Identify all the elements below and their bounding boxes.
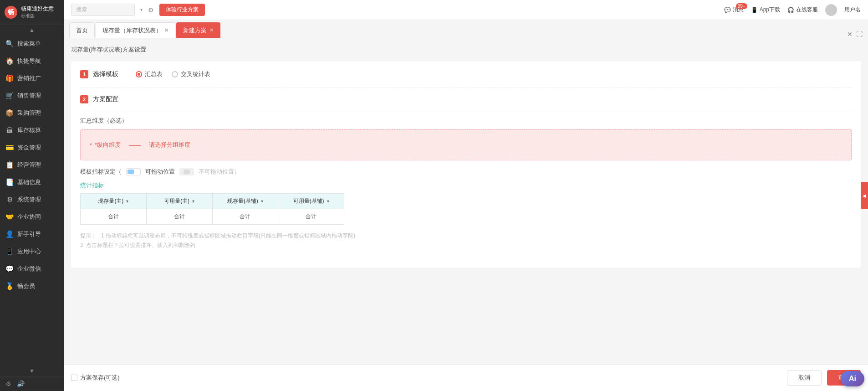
tip-2: 2. 点击标题栏下拉可设置排序、插入列和删除列 [80, 242, 852, 249]
sidebar-item-appstore-label: 应用中心 [17, 247, 41, 256]
template-summary-option[interactable]: 汇总表 [136, 70, 163, 78]
draggable-label: 可拖动位置 [145, 168, 175, 176]
page-title: 现存量(库存状况表)方案设置 [71, 46, 861, 54]
dimension-area[interactable]: * *纵向维度 —— 请选择分组维度 [80, 129, 852, 160]
sidebar-item-purchase[interactable]: 📦 采购管理 [0, 104, 64, 122]
col1-label: 现存量(主) [98, 197, 123, 205]
col3-label: 现存量(基辅) [227, 197, 258, 205]
sidebar-item-enterprise-label: 企业协同 [17, 213, 41, 221]
sidebar-item-inventory[interactable]: 🏛 库存核算 [0, 122, 64, 139]
ai-button[interactable]: Ai [841, 371, 864, 386]
sidebar-item-newuser[interactable]: 👤 新手引导 [0, 226, 64, 243]
app-label: App下载 [760, 6, 780, 14]
tab-new-plan[interactable]: 新建方案 ✕ [176, 22, 220, 38]
schema-section: 汇总维度（必选） * *纵向维度 —— 请选择分组维度 模板指标设定（ [80, 110, 852, 249]
stat-col-1[interactable]: 现存量(主) ▾ [81, 194, 147, 209]
col2-chevron-icon[interactable]: ▾ [192, 199, 194, 204]
dropdown-chevron-icon[interactable]: ▾ [140, 7, 143, 12]
sidebar-item-member-label: 畅会员 [17, 282, 35, 290]
sidebar-item-wechat[interactable]: 💬 企业微信 [0, 260, 64, 278]
tab-new-plan-close-icon[interactable]: ✕ [209, 27, 214, 33]
sidebar-item-marketing[interactable]: 🎁 营销推广 [0, 70, 64, 87]
settings-gear-icon[interactable]: ⚙ [148, 6, 154, 14]
sidebar-item-inventory-label: 库存核算 [17, 126, 41, 134]
sidebar-scroll-up[interactable]: ▲ [0, 25, 64, 35]
tab-inventory-status-label: 现存量（库存状况表） [102, 26, 162, 35]
col4-chevron-icon[interactable]: ▾ [327, 199, 329, 204]
messages-button[interactable]: 💬 消息 99+ [724, 6, 744, 14]
not-draggable-indicator [179, 168, 194, 175]
stat-col-2[interactable]: 可用量(主) ▾ [147, 194, 213, 209]
cancel-button[interactable]: 取消 [787, 370, 822, 386]
sidebar-item-sales[interactable]: 🛒 销售管理 [0, 87, 64, 104]
stat-col-4[interactable]: 可用量(基辅) ▾ [278, 194, 344, 209]
col3-chevron-icon[interactable]: ▾ [261, 199, 263, 204]
settings-icon[interactable]: ⚙ [5, 380, 11, 387]
close-tab-action-btn[interactable]: ✕ [847, 31, 853, 38]
box-icon: 📦 [5, 109, 14, 117]
dim-separator: —— [129, 142, 141, 149]
message-badge: 99+ [736, 3, 747, 9]
sidebar-scroll-down[interactable]: ▼ [0, 366, 64, 376]
stat-table-row: 合计 合计 合计 合计 [81, 209, 344, 224]
sidebar-item-appstore[interactable]: 📱 应用中心 [0, 243, 64, 260]
header-search-box[interactable]: 搜索 [71, 4, 135, 16]
divider1 [80, 87, 852, 88]
cross-label: 交叉统计表 [181, 70, 210, 78]
right-sidebar-handle[interactable]: ◀ [861, 182, 868, 209]
member-icon: 🏅 [5, 282, 14, 290]
basic-icon: 📑 [5, 178, 14, 186]
sidebar-item-sales-label: 销售管理 [17, 92, 41, 100]
gift-icon: 🎁 [5, 74, 14, 82]
sidebar-item-system[interactable]: ⚙ 系统管理 [0, 191, 64, 208]
sidebar-item-purchase-label: 采购管理 [17, 109, 41, 117]
tip-title: 提示： [80, 232, 100, 239]
cross-radio[interactable] [172, 71, 178, 77]
sidebar-bottom: ⚙ 🔊 [0, 376, 64, 391]
trial-button[interactable]: 体验行业方案 [159, 4, 205, 16]
template-cross-option[interactable]: 交叉统计表 [172, 70, 210, 78]
sidebar-item-search[interactable]: 🔍 搜索菜单 [0, 35, 64, 52]
tip-1-text: 1.拖动标题栏可以调整布局，不可跨维度或指标区域拖动栏目字段(只能在同一维度或指… [101, 232, 355, 239]
col2-label: 可用量(主) [164, 197, 189, 205]
footer-area: 方案保存(可选) 取消 查询 [64, 364, 868, 391]
step2-header: 2 方案配置 [80, 95, 852, 103]
save-checkbox[interactable] [71, 375, 77, 381]
username-label[interactable]: 用户名 [844, 6, 861, 14]
tab-inventory-status[interactable]: 现存量（库存状况表） ✕ [96, 22, 175, 38]
col1-chevron-icon[interactable]: ▾ [126, 199, 128, 204]
headset-icon: 🎧 [787, 7, 794, 13]
tab-home-label: 首页 [76, 26, 88, 35]
tab-home[interactable]: 首页 [69, 22, 95, 38]
sidebar-item-basic-label: 基础信息 [17, 178, 41, 186]
app-download-button[interactable]: 📱 App下载 [751, 6, 780, 14]
sidebar-item-operations[interactable]: 📋 经营管理 [0, 156, 64, 174]
sidebar-item-newuser-label: 新手引导 [17, 230, 41, 238]
top-header: 搜索 ▾ ⚙ 体验行业方案 💬 消息 99+ 📱 App下载 🎧 在线客服 用户… [64, 0, 868, 20]
sidebar-item-enterprise[interactable]: 🤝 企业协同 [0, 208, 64, 226]
ai-button-label: Ai [849, 375, 856, 383]
sidebar-item-member[interactable]: 🏅 畅会员 [0, 278, 64, 295]
sidebar-item-finance[interactable]: 💳 资金管理 [0, 139, 64, 156]
inventory-icon: 🏛 [5, 126, 14, 134]
save-option[interactable]: 方案保存(可选) [71, 374, 120, 382]
sidebar-item-shortcut-label: 快捷导航 [17, 57, 41, 65]
stat-cell-2: 合计 [147, 209, 213, 224]
tips-section: 提示： 1.拖动标题栏可以调整布局，不可跨维度或指标区域拖动栏目字段(只能在同一… [80, 232, 852, 249]
stat-col-3[interactable]: 现存量(基辅) ▾ [213, 194, 279, 209]
summary-radio[interactable] [136, 71, 142, 77]
app-name: 畅康通好生意 [21, 5, 54, 13]
online-service-button[interactable]: 🎧 在线客服 [787, 6, 818, 14]
step1-header: 1 选择模板 汇总表 交叉统计表 [80, 70, 852, 78]
sidebar-nav: 🔍 搜索菜单 🏠 快捷导航 🎁 营销推广 🛒 销售管理 📦 采购管理 🏛 库存核… [0, 35, 64, 366]
summary-label: 汇总表 [145, 70, 163, 78]
tab-inventory-close-icon[interactable]: ✕ [164, 27, 168, 33]
finance-icon: 💳 [5, 144, 14, 152]
service-label: 在线客服 [796, 6, 818, 14]
sidebar-item-basic[interactable]: 📑 基础信息 [0, 174, 64, 191]
draggable-toggle[interactable] [126, 168, 141, 175]
step1-title: 选择模板 [93, 70, 118, 78]
sidebar-item-shortcut[interactable]: 🏠 快捷导航 [0, 52, 64, 70]
sound-icon[interactable]: 🔊 [17, 380, 25, 387]
expand-tab-action-btn[interactable]: ⛶ [856, 31, 863, 38]
